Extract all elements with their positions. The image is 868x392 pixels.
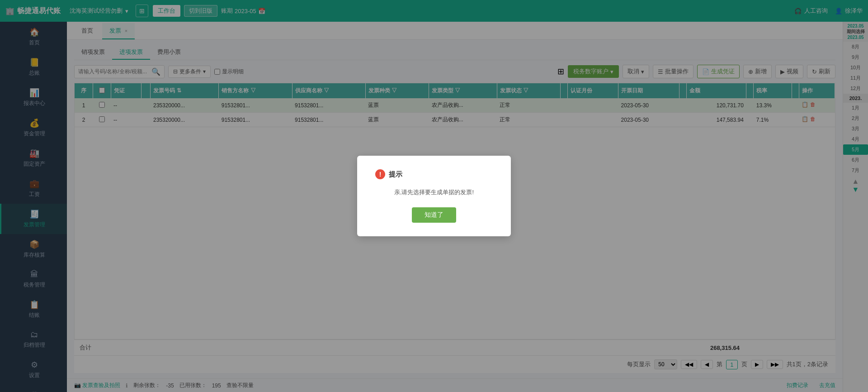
- modal-message: 亲,请先选择要生成单据的发票!: [394, 188, 474, 196]
- modal-warn-icon: !: [375, 169, 385, 179]
- modal-title-row: ! 提示: [375, 169, 402, 179]
- modal-ok-btn[interactable]: 知道了: [412, 207, 456, 223]
- modal-dialog: ! 提示 亲,请先选择要生成单据的发票! 知道了: [357, 156, 511, 236]
- modal-title: 提示: [389, 170, 402, 179]
- warn-symbol: !: [379, 171, 382, 178]
- modal-overlay: ! 提示 亲,请先选择要生成单据的发票! 知道了: [0, 0, 868, 392]
